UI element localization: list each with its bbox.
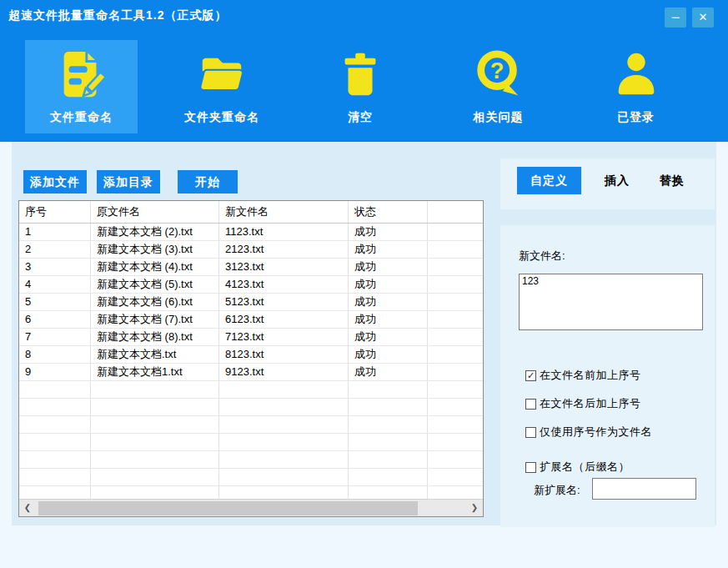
tab-insert[interactable]: 插入 [590, 167, 645, 194]
new-filename-label: 新文件名: [519, 249, 565, 264]
table-row[interactable]: 5 新建文本文档 (6).txt 5123.txt 成功 [19, 294, 483, 311]
column-header-original-name[interactable]: 原文件名 [91, 201, 219, 223]
cell-spacer [428, 259, 483, 275]
cell-status: 成功 [349, 329, 428, 345]
table-row[interactable]: 6 新建文本文档 (7).txt 6123.txt 成功 [19, 311, 483, 329]
cell-original-name: 新建文本文档 (4).txt [91, 259, 219, 275]
cell-index: 6 [19, 311, 91, 328]
svg-text:?: ? [490, 58, 504, 83]
table-row[interactable]: 2 新建文本文档 (3).txt 2123.txt 成功 [19, 241, 483, 259]
toolbar-item-account[interactable]: 已登录 [584, 40, 688, 133]
table-row[interactable]: 7 新建文本文档 (8).txt 7123.txt 成功 [19, 329, 483, 346]
new-filename-input[interactable]: 123 [519, 274, 703, 330]
toolbar-item-help[interactable]: ? 相关问题 [446, 40, 550, 133]
table-empty-row [19, 451, 483, 469]
checkbox-prefix-number[interactable]: ✓ 在文件名前加上序号 [525, 368, 641, 383]
table-empty-row [19, 399, 483, 416]
scroll-right-icon[interactable]: ❯ [466, 500, 483, 516]
cell-status: 成功 [349, 294, 428, 310]
cell-original-name: 新建文本文档 (8).txt [91, 329, 219, 345]
table-header: 序号 原文件名 新文件名 状态 [19, 201, 483, 224]
cell-new-name: 5123.txt [219, 294, 349, 310]
cell-status: 成功 [349, 241, 428, 258]
cell-new-name: 4123.txt [219, 276, 349, 293]
table-row[interactable]: 3 新建文本文档 (4).txt 3123.txt 成功 [19, 259, 483, 276]
toolbar-item-label: 清空 [310, 110, 410, 125]
close-button[interactable]: ✕ [692, 8, 714, 28]
file-table: 序号 原文件名 新文件名 状态 1 新建文本文档 (2).txt 1123.tx… [18, 200, 484, 517]
checkbox-suffix-number[interactable]: 在文件名后加上序号 [525, 396, 641, 411]
column-header-index[interactable]: 序号 [19, 201, 91, 223]
cell-spacer [428, 329, 483, 345]
horizontal-scrollbar[interactable]: ❮ ❯ [19, 499, 483, 516]
cell-original-name: 新建文本文档 (6).txt [91, 294, 219, 310]
table-row[interactable]: 9 新建文本文档1.txt 9123.txt 成功 [19, 364, 483, 381]
toolbar-item-folder-rename[interactable]: 文件夹重命名 [160, 40, 284, 133]
cell-status: 成功 [349, 364, 428, 380]
cell-index: 9 [19, 364, 91, 380]
scrollbar-thumb[interactable] [38, 501, 418, 515]
title-bar: 超速文件批量重命名工具1.2（正式版） ─ ✕ [0, 0, 728, 32]
toolbar-item-label: 文件夹重命名 [160, 110, 284, 125]
checkbox-unchecked-icon[interactable] [525, 399, 536, 410]
tab-replace[interactable]: 替换 [645, 167, 700, 194]
toolbar-item-label: 已登录 [584, 110, 688, 125]
checkbox-unchecked-icon[interactable] [525, 462, 536, 473]
cell-status: 成功 [349, 259, 428, 275]
cell-index: 3 [19, 259, 91, 275]
cell-original-name: 新建文本文档.txt [91, 346, 219, 363]
minimize-button[interactable]: ─ [665, 8, 686, 28]
checkbox-checked-icon[interactable]: ✓ [525, 370, 536, 381]
table-empty-row [19, 381, 483, 399]
cell-spacer [428, 364, 483, 380]
table-empty-row [19, 434, 483, 451]
rename-mode-tabs: 自定义 插入 替换 [500, 158, 715, 209]
cell-index: 8 [19, 346, 91, 363]
cell-index: 5 [19, 294, 91, 310]
trash-icon [310, 47, 410, 108]
cell-new-name: 6123.txt [219, 311, 349, 328]
cell-new-name: 1123.txt [219, 224, 349, 240]
column-header-new-name[interactable]: 新文件名 [219, 201, 349, 223]
column-header-spacer [428, 201, 483, 223]
new-extension-input[interactable] [592, 478, 696, 500]
checkbox-unchecked-icon[interactable] [525, 427, 536, 438]
checkbox-extension[interactable]: 扩展名（后缀名） [525, 460, 630, 475]
file-rename-icon [25, 47, 138, 108]
new-extension-label: 新扩展名: [534, 483, 580, 498]
add-files-button[interactable]: 添加文件 [23, 170, 87, 194]
cell-original-name: 新建文本文档 (3).txt [91, 241, 219, 258]
column-header-status[interactable]: 状态 [349, 201, 428, 223]
cell-status: 成功 [349, 311, 428, 328]
start-button[interactable]: 开始 [178, 170, 238, 194]
cell-index: 7 [19, 329, 91, 345]
table-row[interactable]: 1 新建文本文档 (2).txt 1123.txt 成功 [19, 224, 483, 241]
cell-spacer [428, 346, 483, 363]
toolbar-item-label: 相关问题 [446, 110, 550, 125]
toolbar-item-label: 文件重命名 [25, 110, 138, 125]
tab-custom[interactable]: 自定义 [517, 167, 581, 194]
cell-new-name: 7123.txt [219, 329, 349, 345]
options-panel: 新文件名: 123 ✓ 在文件名前加上序号 在文件名后加上序号 仅使用序号作为文… [500, 225, 715, 527]
table-row[interactable]: 4 新建文本文档 (5).txt 4123.txt 成功 [19, 276, 483, 294]
toolbar: 文件重命名 文件夹重命名 清空 [0, 32, 728, 142]
minimize-icon: ─ [671, 11, 679, 23]
cell-index: 4 [19, 276, 91, 293]
add-directory-button[interactable]: 添加目录 [97, 170, 160, 194]
scroll-left-icon[interactable]: ❮ [19, 500, 36, 516]
cell-status: 成功 [349, 276, 428, 293]
toolbar-item-file-rename[interactable]: 文件重命名 [25, 40, 138, 133]
cell-original-name: 新建文本文档 (2).txt [91, 224, 219, 240]
cell-spacer [428, 241, 483, 258]
close-icon: ✕ [699, 11, 708, 23]
toolbar-item-clear[interactable]: 清空 [310, 40, 410, 133]
cell-spacer [428, 311, 483, 328]
table-row[interactable]: 8 新建文本文档.txt 8123.txt 成功 [19, 346, 483, 364]
question-icon: ? [446, 47, 550, 108]
checkbox-number-only[interactable]: 仅使用序号作为文件名 [525, 425, 652, 440]
cell-new-name: 8123.txt [219, 346, 349, 363]
cell-spacer [428, 224, 483, 240]
cell-original-name: 新建文本文档1.txt [91, 364, 219, 380]
cell-status: 成功 [349, 224, 428, 240]
window-title: 超速文件批量重命名工具1.2（正式版） [8, 0, 227, 30]
